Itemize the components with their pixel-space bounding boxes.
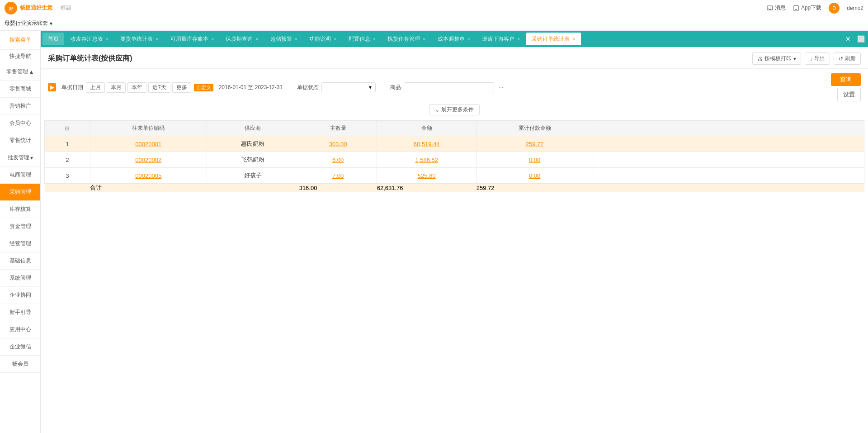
expand-more-section: ⌄ 展开更多条件 — [48, 104, 861, 115]
print-btn[interactable]: 🖨 按模板打印 ▾ — [752, 52, 801, 65]
tab-home[interactable]: 首页 — [42, 33, 64, 45]
row-code[interactable]: 00020005 — [90, 168, 207, 184]
this-month-btn[interactable]: 本月 — [107, 82, 126, 93]
tab-restore-btn[interactable]: ⬜ — [855, 33, 866, 44]
tab-close-icon[interactable]: × — [211, 36, 214, 42]
row-paid[interactable]: 259.72 — [476, 136, 593, 152]
row-supplier: 惠氏奶粉 — [207, 136, 299, 152]
row-index: 2 — [45, 152, 90, 168]
more-date-btn[interactable]: 更多 — [172, 82, 191, 93]
row-index: 1 — [45, 136, 90, 152]
tab-close-icon[interactable]: × — [572, 36, 575, 42]
date-filter: 单据日期 上月 本月 本年 近7天 更多 自定义 — [61, 82, 213, 93]
tab-close-icon[interactable]: × — [334, 36, 336, 42]
export-btn[interactable]: ↓ 导出 — [805, 52, 830, 65]
tab-close-icon[interactable]: × — [467, 36, 470, 42]
tab-close-icon[interactable]: × — [295, 36, 297, 42]
tab-collection-summary[interactable]: 收发存汇总表 × — [65, 33, 114, 45]
tab-expiry-query[interactable]: 保质期查询 × — [220, 33, 264, 45]
row-amount[interactable]: 525.80 — [377, 168, 476, 184]
row-quantity[interactable]: 6.00 — [299, 152, 377, 168]
workspace-bar: 母婴行业演示账套 ▾ — [0, 16, 868, 31]
table-row: 2 00020002 飞鹤奶粉 6.00 1,586.52 0.00 — [45, 152, 864, 168]
sidebar-item-retail-stats[interactable]: 零售统计 — [0, 132, 40, 149]
last-7-days-btn[interactable]: 近7天 — [148, 82, 170, 93]
workspace-selector[interactable]: 母婴行业演示账套 ▾ — [5, 19, 52, 27]
col-settings[interactable]: ⚙ — [45, 121, 90, 136]
logo-text: 畅捷通好生意 — [20, 4, 52, 12]
sidebar-item-inventory[interactable]: 库存核算 — [0, 201, 40, 218]
sidebar-item-ecommerce[interactable]: 电商管理 — [0, 167, 40, 184]
sidebar-item-marketing[interactable]: 营销推广 — [0, 98, 40, 115]
tab-close-icon[interactable]: × — [373, 36, 376, 42]
col-supplier: 供应商 — [207, 121, 299, 136]
footer-empty — [45, 184, 90, 192]
top-bar-left: 好 畅捷通好生意 标题 — [5, 2, 71, 14]
sidebar-item-system[interactable]: 系统管理 — [0, 270, 40, 287]
tab-close-icon[interactable]: × — [423, 36, 425, 42]
tab-available-inventory[interactable]: 可用量库存账本 × — [165, 33, 219, 45]
breadcrumb: 标题 — [61, 4, 71, 12]
status-select[interactable]: ▾ — [321, 82, 376, 92]
row-supplier: 飞鹤奶粉 — [207, 152, 299, 168]
refresh-btn[interactable]: ↺ 刷新 — [834, 52, 861, 65]
tab-close-icon[interactable]: × — [156, 36, 158, 42]
tab-picking-task[interactable]: 拣货任务管理 × — [382, 33, 431, 45]
goods-filter: 商品 ··· — [390, 82, 505, 92]
goods-input[interactable] — [404, 82, 494, 92]
sidebar-item-member[interactable]: 畅会员 — [0, 356, 40, 373]
goods-more-btn[interactable]: ··· — [497, 84, 505, 90]
tab-config-info[interactable]: 配置信息 × — [343, 33, 381, 45]
row-amount[interactable]: 60,519.44 — [377, 136, 476, 152]
sidebar-item-wechat[interactable]: 企业微信 — [0, 338, 40, 356]
row-quantity[interactable]: 303.00 — [299, 136, 377, 152]
tab-cost-adjust[interactable]: 成本调整单 × — [432, 33, 476, 45]
row-amount[interactable]: 1,586.52 — [377, 152, 476, 168]
search-menu-btn[interactable]: 搜索菜单 — [3, 34, 38, 46]
tab-order-stats[interactable]: 要货单统计表 × — [115, 33, 164, 45]
logo-icon: 好 — [5, 2, 17, 14]
tab-label: 要货单统计表 — [120, 35, 153, 43]
quick-nav-btn[interactable]: 快捷导航 — [0, 50, 40, 63]
export-icon: ↓ — [810, 56, 812, 62]
sidebar-item-basic-info[interactable]: 基础信息 — [0, 252, 40, 270]
col-quantity: 主数量 — [299, 121, 377, 136]
row-paid[interactable]: 0.00 — [476, 168, 593, 184]
tab-overstock-warning[interactable]: 超储预警 × — [265, 33, 303, 45]
chevron-down-icon: ⌄ — [435, 107, 439, 113]
row-code[interactable]: 00020001 — [90, 136, 207, 152]
message-btn[interactable]: 消息 — [767, 4, 786, 12]
sidebar-item-retail-management[interactable]: 零售管理 ▲ — [0, 63, 40, 81]
row-quantity[interactable]: 7.00 — [299, 168, 377, 184]
app-download-btn[interactable]: App下载 — [793, 4, 821, 12]
sidebar-item-operations[interactable]: 经营管理 — [0, 235, 40, 252]
this-year-btn[interactable]: 本年 — [127, 82, 146, 93]
table-row: 1 00020001 惠氏奶粉 303.00 60,519.44 259.72 — [45, 136, 864, 152]
sidebar-item-guide[interactable]: 新手引导 — [0, 304, 40, 321]
table-settings-icon[interactable]: ⚙ — [64, 125, 70, 132]
tab-function-desc[interactable]: 功能说明 × — [304, 33, 342, 45]
row-index: 3 — [45, 168, 90, 184]
sidebar-item-finance[interactable]: 资金管理 — [0, 218, 40, 235]
row-code[interactable]: 00020002 — [90, 152, 207, 168]
tab-close-window-btn[interactable]: ✕ — [843, 33, 854, 44]
sidebar-item-wholesale[interactable]: 批发管理 ▾ — [0, 149, 40, 167]
sidebar-item-retail-shop[interactable]: 零售商城 — [0, 81, 40, 98]
query-btn[interactable]: 查询 — [831, 73, 861, 86]
tab-close-icon[interactable]: × — [517, 36, 520, 42]
page-header: 采购订单统计表(按供应商) 🖨 按模板打印 ▾ ↓ 导出 ↺ 刷新 — [41, 47, 868, 69]
row-paid[interactable]: 0.00 — [476, 152, 593, 168]
sidebar-item-member-center[interactable]: 会员中心 — [0, 115, 40, 132]
sidebar-item-enterprise[interactable]: 企业协同 — [0, 287, 40, 304]
sidebar-item-app-center[interactable]: 应用中心 — [0, 321, 40, 338]
tab-close-icon[interactable]: × — [255, 36, 258, 42]
toggle-filter-btn[interactable]: ▶ — [48, 83, 56, 91]
tab-close-icon[interactable]: × — [106, 36, 108, 42]
refresh-icon: ↺ — [839, 56, 843, 62]
tab-invite-customer[interactable]: 邀请下游客户 × — [476, 33, 525, 45]
sidebar-item-purchase[interactable]: 采购管理 — [0, 184, 40, 201]
expand-more-btn[interactable]: ⌄ 展开更多条件 — [429, 104, 480, 115]
settings-btn[interactable]: 设置 — [837, 88, 861, 101]
last-month-btn[interactable]: 上月 — [86, 82, 105, 93]
tab-purchase-order-stats[interactable]: 采购订单统计表 × — [526, 33, 580, 45]
